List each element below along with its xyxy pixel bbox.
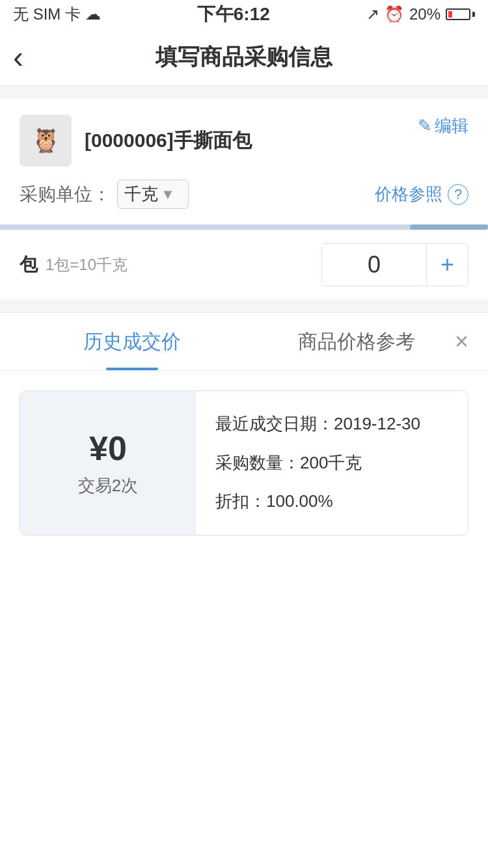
price-value: 0 xyxy=(108,429,127,467)
unit-value: 千克 xyxy=(124,183,158,206)
product-unit-row: 采购单位： 千克 ▼ 价格参照 ? xyxy=(20,180,468,209)
purchase-qty-label: 采购数量： xyxy=(215,453,300,472)
page-title: 填写商品采购信息 xyxy=(156,42,332,72)
price-ref-label: 价格参照 xyxy=(375,183,442,206)
transaction-right: 最近成交日期：2019-12-30 采购数量：200千克 折扣：100.00% xyxy=(196,391,468,535)
transaction-count: 交易2次 xyxy=(78,474,138,497)
quantity-label-group: 包 1包=10千克 xyxy=(20,252,321,277)
bottom-space xyxy=(0,555,488,868)
status-time: 下午6:12 xyxy=(197,2,270,27)
edit-icon: ✎ xyxy=(418,116,432,136)
transaction-left: ¥0 交易2次 xyxy=(20,391,196,535)
tab-product-price-ref[interactable]: 商品价格参考 xyxy=(244,313,468,370)
tab-price-ref-label: 商品价格参考 xyxy=(298,329,415,355)
status-left: 无 SIM 卡 ☁ xyxy=(13,4,101,25)
discount-value: 100.00% xyxy=(266,491,333,511)
recent-date-label: 最近成交日期： xyxy=(215,414,334,433)
pkg-icon: 包 xyxy=(20,252,38,277)
help-icon: ? xyxy=(448,184,468,205)
back-button[interactable]: ‹ xyxy=(13,39,23,75)
purchase-qty-value: 200千克 xyxy=(300,453,362,472)
quantity-input[interactable] xyxy=(322,244,426,286)
recent-date-row: 最近成交日期：2019-12-30 xyxy=(215,411,448,438)
currency-symbol: ¥ xyxy=(89,429,108,467)
dropdown-icon: ▼ xyxy=(161,186,175,203)
quantity-row: 包 1包=10千克 + xyxy=(0,230,488,299)
transaction-price: ¥0 xyxy=(89,429,127,468)
tab-content: ¥0 交易2次 最近成交日期：2019-12-30 采购数量：200千克 折扣：… xyxy=(0,371,488,555)
nav-bar: ‹ 填写商品采购信息 xyxy=(0,29,488,86)
purchase-qty-row: 采购数量：200千克 xyxy=(215,450,448,477)
tabs-header: 历史成交价 商品价格参考 × xyxy=(0,313,488,371)
product-card: 🦉 [0000006]手撕面包 ✎ 编辑 采购单位： 千克 ▼ 价格参照 ? xyxy=(0,99,488,224)
location-icon: ↗ xyxy=(366,5,379,23)
edit-label: 编辑 xyxy=(435,115,468,137)
scroll-track xyxy=(0,224,488,230)
tab-history-price[interactable]: 历史成交价 xyxy=(20,313,244,370)
status-right: ↗ ⏰ 20% xyxy=(366,5,475,23)
price-ref-button[interactable]: 价格参照 ? xyxy=(375,183,468,206)
transaction-card: ¥0 交易2次 最近成交日期：2019-12-30 采购数量：200千克 折扣：… xyxy=(20,390,468,536)
unit-select[interactable]: 千克 ▼ xyxy=(117,180,189,209)
tabs-container: 历史成交价 商品价格参考 × ¥0 交易2次 最近成交日期：2019-12-30 xyxy=(0,312,488,555)
quantity-input-group: + xyxy=(321,243,468,286)
sim-label: 无 SIM 卡 ☁ xyxy=(13,4,101,25)
pkg-ratio: 1包=10千克 xyxy=(46,254,128,275)
unit-label: 采购单位： xyxy=(20,182,111,207)
discount-label: 折扣： xyxy=(215,491,266,511)
product-header: 🦉 [0000006]手撕面包 ✎ 编辑 xyxy=(20,115,468,167)
tab-history-label: 历史成交价 xyxy=(83,329,181,355)
product-thumbnail: 🦉 xyxy=(20,115,72,167)
quantity-plus-button[interactable]: + xyxy=(426,244,468,286)
tab-active-underline xyxy=(106,368,158,370)
unit-left: 采购单位： 千克 ▼ xyxy=(20,180,189,209)
discount-row: 折扣：100.00% xyxy=(215,488,448,515)
product-name: [0000006]手撕面包 xyxy=(85,128,252,154)
edit-button[interactable]: ✎ 编辑 xyxy=(418,115,468,137)
battery-percent: 20% xyxy=(409,5,441,23)
battery-icon xyxy=(446,8,475,20)
product-left: 🦉 [0000006]手撕面包 xyxy=(20,115,252,167)
plus-icon: + xyxy=(441,251,454,278)
alarm-icon: ⏰ xyxy=(385,5,404,23)
close-icon: × xyxy=(455,328,468,355)
product-thumb-icon: 🦉 xyxy=(31,127,61,154)
status-bar: 无 SIM 卡 ☁ 下午6:12 ↗ ⏰ 20% xyxy=(0,0,488,29)
tab-close-button[interactable]: × xyxy=(455,328,468,355)
recent-date-value: 2019-12-30 xyxy=(334,414,420,433)
scroll-thumb xyxy=(410,224,488,230)
back-icon: ‹ xyxy=(13,39,23,75)
